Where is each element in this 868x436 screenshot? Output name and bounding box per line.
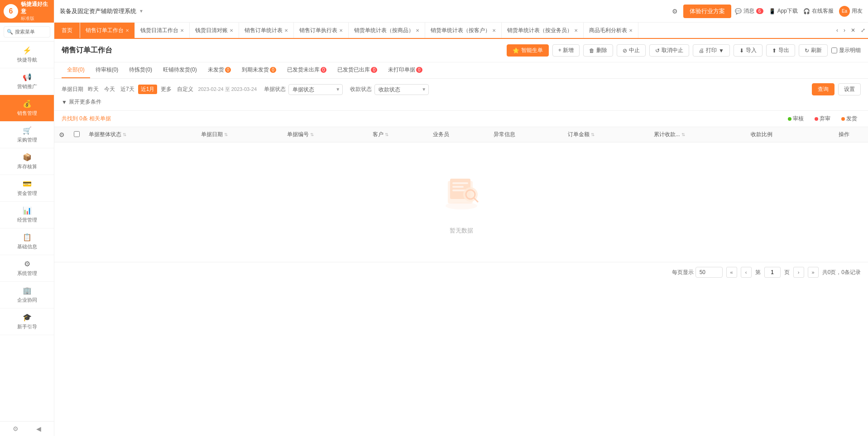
message-button[interactable]: 💬 消息 6 [735,7,763,15]
status-select[interactable]: 单据状态 [288,84,343,95]
received-sort[interactable]: 累计收款... ⇅ [654,131,742,138]
tab-close-icon[interactable]: ✕ [492,28,496,33]
first-page-button[interactable]: « [726,267,737,278]
sidebar-item-enterprise[interactable]: 🏢 企业协同 [0,282,54,308]
query-button[interactable]: 查询 [812,83,834,95]
print-button[interactable]: 🖨 打印 ▼ [693,44,730,57]
tab-maximize-button[interactable]: ⤢ [858,23,868,38]
payment-select[interactable]: 收款状态 [374,84,429,95]
filter-settings-button[interactable]: 设置 [838,83,861,95]
sub-tab-all[interactable]: 全部(0) [62,62,90,78]
sub-tab-wangpu[interactable]: 旺铺待发货(0) [158,62,202,78]
date-1month-btn[interactable]: 近1月 [138,85,158,94]
sidebar-item-finance[interactable]: 💳 资金管理 [0,175,54,202]
user-menu-button[interactable]: Ea 用友 [839,6,863,17]
col-amount: 订单金额 ⇅ [563,127,649,142]
tab-gross-margin[interactable]: 商品毛利分析表 ✕ [584,23,638,38]
system-settings-button[interactable]: ⚙ [670,6,680,17]
date-sort[interactable]: 单据日期 ⇅ [201,131,278,138]
tab-sales-by-customer[interactable]: 销货单统计表（按客户） ✕ [425,23,502,38]
tab-sales-workbench[interactable]: 销售订单工作台 ✕ [80,23,135,38]
sort-icon: ⇅ [224,132,228,137]
search-menu-button[interactable]: 🔍 搜索菜单 [4,26,50,38]
sub-tab-pending-pickup[interactable]: 待拣货(0) [124,62,158,78]
smart-create-button[interactable]: ⭐ 智能生单 [507,44,549,57]
delete-button[interactable]: 🗑 删除 [583,44,613,57]
tab-sales-exec[interactable]: 销售订单执行表 ✕ [294,23,349,38]
select-all-checkbox[interactable] [74,131,80,137]
prev-page-button[interactable]: ‹ [741,267,752,278]
date-7days-btn[interactable]: 近7天 [119,85,136,94]
expand-filter-button[interactable]: ▼ 展开更多条件 [62,98,861,106]
tab-sales-by-product[interactable]: 销货单统计表（按商品） ✕ [349,23,425,38]
online-service-button[interactable]: 🎧 在线客服 [803,7,834,15]
sidebar-item-basic-info[interactable]: 📋 基础信息 [0,228,54,255]
status-sort[interactable]: 单据整体状态 ⇅ [89,131,192,138]
sidebar-item-operations[interactable]: 📊 经营管理 [0,202,54,228]
sub-tab-shipped-out[interactable]: 已发货已出库0 [332,62,383,78]
number-sort[interactable]: 单据编号 ⇅ [287,131,364,138]
cancel-suspend-button[interactable]: ↺ 取消中止 [649,44,689,57]
sidebar-item-purchase[interactable]: 🛒 采购管理 [0,122,54,148]
app-download-button[interactable]: 📱 App下载 [769,7,798,15]
date-more-btn[interactable]: 更多 [159,85,173,94]
trial-button[interactable]: 体验行业方案 [683,5,731,18]
sidebar-collapse-button[interactable]: ◀ [36,425,41,432]
column-settings-button[interactable]: ⚙ [59,131,65,138]
show-detail-checkbox[interactable] [831,47,837,53]
tab-close-icon[interactable]: ✕ [284,28,288,33]
tab-close-icon[interactable]: ✕ [574,28,578,33]
tab-prev-button[interactable]: ‹ [834,23,841,38]
green-dot-icon [788,117,791,121]
tab-home[interactable]: 首页 [54,23,80,38]
tab-close-all-button[interactable]: ✕ [848,23,858,38]
tab-close-icon[interactable]: ✕ [180,28,184,33]
tab-close-icon[interactable]: ✕ [125,28,129,33]
suspend-button[interactable]: ⊘ 中止 [617,44,646,57]
sidebar-item-sales[interactable]: 💰 销售管理 [0,95,54,122]
show-detail-label[interactable]: 显示明细 [831,47,861,54]
amount-sort[interactable]: 订单金额 ⇅ [568,131,645,138]
per-page-select[interactable]: 10 20 50 100 [695,267,723,278]
finance-icon: 💳 [23,180,32,188]
sidebar-item-marketing[interactable]: 📢 营销推广 [0,68,54,95]
tab-sales-stats[interactable]: 销售订单统计表 ✕ [239,23,294,38]
sub-tab-not-printed[interactable]: 未打印单据0 [383,62,428,78]
sub-tab-pending-review[interactable]: 待审核(0) [90,62,124,78]
sub-tab-shipped-not-out[interactable]: 已发货未出库0 [282,62,332,78]
tab-next-button[interactable]: › [841,23,848,38]
date-today-btn[interactable]: 今天 [102,85,117,94]
tab-cash-reconcile[interactable]: 钱货日清对账 ✕ [190,23,239,38]
svg-rect-4 [452,186,464,188]
customer-sort[interactable]: 客户 ⇅ [373,131,423,138]
date-yesterday-btn[interactable]: 昨天 [86,85,101,94]
marketing-icon: 📢 [23,73,32,81]
sidebar-item-system[interactable]: ⚙ 系统管理 [0,255,54,282]
sort-icon: ⇅ [385,132,388,137]
tab-close-icon[interactable]: ✕ [230,28,233,33]
ship-action-button[interactable]: 发货 [838,114,861,124]
next-page-button[interactable]: › [793,267,804,278]
tab-close-icon[interactable]: ✕ [416,28,419,33]
sidebar-item-newbie[interactable]: 🎓 新手引导 [0,308,54,335]
sub-tab-not-shipped[interactable]: 未发货0 [202,62,237,78]
review-action-button[interactable]: 审核 [784,114,807,124]
last-page-button[interactable]: » [808,267,819,278]
add-button[interactable]: + 新增 [552,44,580,57]
tab-cash-daily[interactable]: 钱货日清工作台 ✕ [135,23,190,38]
sub-tab-overdue[interactable]: 到期未发货0 [236,62,282,78]
sidebar-item-inventory[interactable]: 📦 库存核算 [0,148,54,175]
export-button[interactable]: ⬆ 导出 [766,44,795,57]
tab-close-icon[interactable]: ✕ [629,28,633,33]
sidebar-item-quick-nav[interactable]: ⚡ 快捷导航 [0,42,54,68]
tab-sales-by-staff[interactable]: 销货单统计表（按业务员） ✕ [502,23,584,38]
date-custom-btn[interactable]: 自定义 [175,85,195,94]
data-table: ⚙ 单据整体状态 ⇅ [54,127,868,142]
reject-action-button[interactable]: 弃审 [811,114,834,124]
sidebar-settings-button[interactable]: ⚙ [13,425,19,432]
page-number-input[interactable] [764,267,781,278]
logo-name: 畅捷通好生意 [21,1,50,15]
tab-close-icon[interactable]: ✕ [339,28,343,33]
import-button[interactable]: ⬇ 导入 [734,44,762,57]
refresh-button[interactable]: ↻ 刷新 [799,44,828,57]
